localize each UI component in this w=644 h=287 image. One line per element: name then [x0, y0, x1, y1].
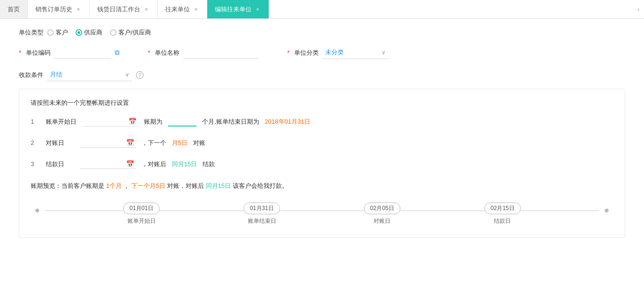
radio-customer[interactable]: 客户: [47, 28, 68, 37]
tab-edit-partner-label: 编辑往来单位: [215, 5, 252, 14]
radio-customer-label: 客户: [56, 28, 68, 37]
tab-bar: 首页 销售订单历史 × 钱货日清工作台 × 往来单位 × 编辑往来单位 × ›: [0, 0, 644, 19]
timeline-end-dot: [605, 209, 609, 212]
unit-name-input[interactable]: 河南供应商22: [183, 47, 259, 59]
settings-box: 请按照未来的一个完整帐期进行设置 1 账单开始日 2018-01-01 📅 账期…: [19, 89, 625, 238]
preview-mid1: ，: [123, 182, 129, 189]
setting-row-1: 1 账单开始日 2018-01-01 📅 账期为 1 个月,账单结束日期为 20…: [31, 117, 613, 127]
unit-category-required: *: [287, 49, 289, 56]
tab-partner-unit[interactable]: 往来单位 ×: [158, 0, 207, 18]
unit-code-label: 单位编码: [26, 49, 51, 57]
preview-suffix: 该客户会给我打款。: [233, 182, 288, 189]
timeline-point-2: 01月31日 账单结束日: [244, 203, 280, 228]
preview-part3: 同月15日: [206, 182, 231, 189]
suffix-post-2: 对账: [193, 139, 205, 147]
unit-code-input[interactable]: 000001: [54, 47, 111, 59]
row-label-3: 结款日: [46, 160, 74, 169]
timeline-point-1: 01月01日 账单开始日: [123, 203, 160, 228]
payment-terms-group: 收款条件 月结 ∨ ?: [19, 68, 144, 81]
unit-name-label: 单位名称: [155, 49, 179, 57]
row-num-1: 1: [31, 118, 40, 125]
calendar-icon-3[interactable]: 📅: [126, 160, 134, 168]
highlight-1: 2018年01月31日: [265, 118, 311, 126]
date-field-1[interactable]: 2018-01-01: [84, 118, 127, 125]
settings-title: 请按照未来的一个完整帐期进行设置: [31, 99, 613, 107]
radio-both[interactable]: 客户/供应商: [110, 28, 151, 37]
timeline-badge-4: 02月15日: [484, 203, 521, 214]
period-input[interactable]: 1: [168, 117, 196, 127]
unit-category-group: * 单位分类 未分类 ∨: [287, 46, 389, 59]
help-icon[interactable]: ?: [136, 71, 144, 79]
row-num-3: 3: [31, 160, 40, 168]
timeline-end: [605, 203, 609, 228]
radio-supplier-label: 供应商: [84, 28, 102, 37]
unit-name-group: * 单位名称 河南供应商22: [148, 47, 259, 59]
preview-part2: 下一个月5日: [131, 182, 165, 189]
radio-supplier-circle: [76, 29, 82, 36]
radio-both-label: 客户/供应商: [119, 28, 151, 37]
preview-text: 账期预览：当前客户账期是 1个月 ， 下一个月5日 对账，对账后 同月15日 该…: [31, 180, 613, 191]
tab-partner-unit-label: 往来单位: [165, 5, 190, 14]
date-input-1: 2018-01-01 📅: [82, 117, 138, 127]
tab-edit-partner-close[interactable]: ×: [254, 6, 261, 13]
setting-row-3: 3 结款日 2018-02-15 📅 ，对账后 同月15日 结款: [31, 159, 613, 169]
timeline-point-4: 02月15日 结款日: [484, 203, 521, 228]
radio-group: 客户 供应商 客户/供应商: [47, 28, 151, 37]
tab-sales-history-close[interactable]: ×: [75, 6, 82, 13]
payment-terms-label: 收款条件: [19, 71, 43, 79]
timeline-label-3: 对账日: [373, 217, 390, 225]
tab-partner-unit-close[interactable]: ×: [193, 6, 199, 13]
timeline-label-1: 账单开始日: [127, 217, 156, 225]
unit-category-select[interactable]: 未分类 ∨: [322, 46, 389, 59]
timeline-badge-3: 02月05日: [364, 203, 400, 214]
unit-info-row: * 单位编码 000001 ⧉ * 单位名称 河南供应商22 * 单位分类 未分…: [19, 46, 625, 59]
highlight-3: 同月15日: [172, 160, 197, 169]
tab-sales-history[interactable]: 销售订单历史 ×: [28, 0, 90, 18]
copy-icon[interactable]: ⧉: [115, 49, 119, 57]
preview-prefix: 账期预览：当前客户账期是: [31, 182, 104, 189]
date-input-2: 2018-02-05 📅: [80, 138, 136, 148]
tab-home[interactable]: 首页: [0, 0, 28, 18]
unit-code-required: *: [19, 49, 21, 56]
suffix-pre-1: 账期为: [144, 118, 162, 126]
tab-more-button[interactable]: ›: [633, 0, 644, 18]
unit-category-value: 未分类: [325, 48, 381, 57]
radio-supplier[interactable]: 供应商: [76, 28, 102, 37]
date-field-3[interactable]: 2018-02-15: [82, 160, 124, 168]
unit-type-label: 单位类型: [19, 28, 43, 37]
unit-category-label: 单位分类: [294, 49, 319, 57]
suffix-pre-3: ，对账后: [142, 160, 166, 169]
timeline-points: 01月01日 账单开始日 01月31日 账单结束日 02月05日 对账日 02月…: [35, 203, 609, 228]
payment-terms-chevron: ∨: [125, 71, 129, 78]
unit-type-row: 单位类型 客户 供应商 客户/供应商: [19, 28, 625, 37]
row-label-1: 账单开始日: [46, 118, 76, 126]
highlight-2: 月5日: [172, 139, 187, 147]
timeline: 01月01日 账单开始日 01月31日 账单结束日 02月05日 对账日 02月…: [31, 203, 613, 228]
row-num-2: 2: [31, 139, 40, 146]
tab-cash-work-label: 钱货日清工作台: [97, 5, 140, 14]
setting-row-2: 2 对账日 2018-02-05 📅 ，下一个 月5日 对账: [31, 138, 613, 148]
payment-terms-select[interactable]: 月结 ∨: [47, 68, 132, 81]
calendar-icon-1[interactable]: 📅: [128, 118, 136, 125]
timeline-badge-1: 01月01日: [123, 203, 160, 214]
timeline-badge-2: 01月31日: [244, 203, 280, 214]
unit-type-group: 单位类型 客户 供应商 客户/供应商: [19, 28, 151, 37]
date-field-2[interactable]: 2018-02-05: [82, 139, 124, 146]
unit-code-group: * 单位编码 000001 ⧉: [19, 47, 119, 59]
tab-edit-partner[interactable]: 编辑往来单位 ×: [207, 0, 269, 18]
tab-cash-work[interactable]: 钱货日清工作台 ×: [90, 0, 158, 18]
tab-sales-history-label: 销售订单历史: [35, 5, 72, 14]
timeline-label-4: 结款日: [494, 217, 511, 225]
unit-category-chevron: ∨: [381, 49, 386, 56]
date-input-3: 2018-02-15 📅: [80, 159, 136, 169]
tab-cash-work-close[interactable]: ×: [143, 6, 150, 13]
row-label-2: 对账日: [46, 139, 74, 147]
radio-customer-circle: [47, 29, 54, 36]
calendar-icon-2[interactable]: 📅: [126, 139, 134, 146]
main-content: 单位类型 客户 供应商 客户/供应商 * 单位编码 00000: [0, 19, 644, 287]
suffix-pre-2: ，下一个: [142, 139, 166, 147]
preview-mid2: 对账，对账后: [167, 182, 204, 189]
timeline-start: [35, 203, 39, 228]
suffix-post-1: 个月,账单结束日期为: [202, 118, 259, 126]
tab-home-label: 首页: [8, 5, 20, 14]
